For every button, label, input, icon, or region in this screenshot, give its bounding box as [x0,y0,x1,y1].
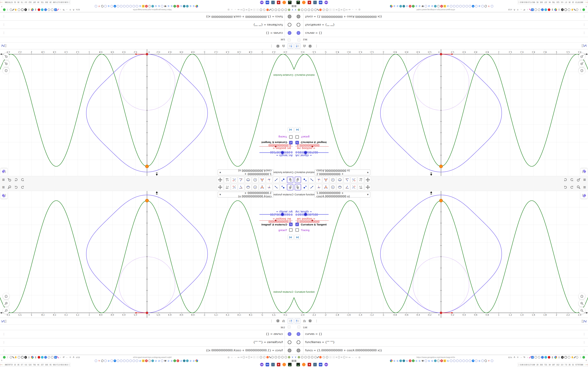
forward-arrow-icon[interactable]: → [520,356,522,359]
save64-app-icon[interactable]: 64 [319,363,322,366]
algebra-tree-button[interactable] [295,43,300,49]
geogebra-favicon[interactable] [481,359,484,362]
slider-thumb[interactable] [311,146,313,147]
google-favicon[interactable]: G [415,359,418,362]
gear-ext-icon[interactable] [322,8,325,11]
v-ext-icon[interactable]: V [294,8,297,11]
info-favicon[interactable]: i [148,359,151,362]
recorder-app-icon[interactable]: ▪ [271,1,275,4]
dot-ext-icon[interactable] [341,357,342,358]
row-menu-dots-icon[interactable]: ⋮ [583,15,586,18]
zoom-in-button[interactable] [579,300,585,307]
shield-ext-icon[interactable] [21,8,24,11]
function-input[interactable]: 1.000000000000 + cos(4.000000000000 x) ▼ [315,169,370,175]
marker-ext-icon[interactable] [529,8,531,11]
zoom-in-button[interactable] [3,300,9,307]
translate-blue-ext-icon[interactable]: A [54,356,57,359]
gauge-ext-icon[interactable] [311,8,313,11]
geogebra-favicon[interactable] [120,359,122,362]
collapse-chevron-icon[interactable]: ∧ [1,359,3,362]
ring-ext-icon[interactable] [248,356,250,359]
wikipedia-favicon[interactable]: W [421,5,424,8]
row-menu-dots-icon[interactable]: ⋮ [583,23,586,26]
geogebra-favicon[interactable] [491,5,493,8]
gauge-ext-icon[interactable] [275,356,277,359]
gauge-ext-icon[interactable] [278,8,280,11]
tracing-checkbox[interactable] [289,228,293,232]
algebra-menu-dots-icon[interactable]: ⋮ [315,319,318,323]
image-favicon[interactable]: ▲ [142,5,145,8]
geogebra-favicon[interactable] [450,359,452,362]
gear-ext-icon[interactable] [10,8,12,11]
status-dot-icon[interactable] [582,356,585,359]
gauge-ext-icon[interactable] [278,356,280,359]
ring-ext-icon[interactable] [242,8,245,11]
status-dot-icon[interactable] [3,356,6,359]
gear-ext-icon[interactable] [48,8,50,11]
firefox-ext-icon[interactable] [319,356,322,359]
play-button[interactable] [288,127,294,132]
yandex-favicon[interactable]: Я [409,359,411,362]
list-group-row[interactable]: − List [294,325,588,330]
geogebra-favicon[interactable] [469,359,471,362]
geogebra-favicon[interactable] [129,5,132,8]
ud-ext-icon[interactable]: U [24,8,27,11]
gear-ext-icon[interactable] [538,8,540,11]
row-menu-dots-icon[interactable]: ⋮ [583,31,586,35]
marker-ext-icon[interactable] [57,8,59,11]
geogebra-favicon[interactable] [126,359,129,362]
arc-position-slider[interactable] [295,146,329,147]
geogebra-favicon[interactable] [462,5,465,8]
algebra-menu-dots-icon[interactable]: ⋮ [270,319,273,323]
obs-app-icon[interactable]: ✳ [308,1,311,4]
geogebra-favicon[interactable] [161,5,164,8]
chrome-favicon[interactable] [390,5,392,8]
visibility-toggle-circle[interactable] [297,349,300,352]
fx-button[interactable]: fx [302,318,307,324]
geogebra-favicon[interactable] [469,5,471,8]
slider-thumb[interactable] [281,151,284,154]
download-icon[interactable]: ↓ [526,356,529,359]
yandex-favicon[interactable]: Я [440,5,443,8]
sphere-favicon[interactable] [403,359,405,362]
ghost-ext-icon[interactable] [253,8,256,11]
chat-favicon[interactable]: ❝ [113,5,116,8]
slider-thumb[interactable] [275,146,277,147]
arc-position-slider[interactable] [259,220,293,221]
gear-ext-icon[interactable] [263,8,266,11]
duck-favicon[interactable]: v [173,359,176,362]
dot-ext-icon[interactable] [336,9,337,10]
globe-ext-icon[interactable] [301,8,303,11]
google-favicon[interactable]: G [139,359,141,362]
marker-ext-icon[interactable] [57,356,59,358]
info-favicon[interactable]: i [148,5,151,8]
dot-ext-icon[interactable] [346,357,347,358]
wikipedia-favicon[interactable]: W [164,359,167,362]
geogebra-favicon[interactable] [123,5,126,8]
arc-position-slider[interactable] [259,146,293,147]
address-bar-url[interactable]: https://www.geogebra.org/classic/aagcxh3… [126,356,179,358]
algebra-tree-button[interactable] [288,318,293,324]
slider-thumb[interactable] [304,151,307,154]
green-dot-ext-icon[interactable] [298,356,300,359]
bin-ext-icon[interactable]: ▯ [558,8,560,11]
mouse-ext-icon[interactable] [51,8,53,11]
curvature-tangent-checkbox[interactable]: ✓ [295,141,299,144]
pushdown-ext-icon[interactable]: ↓ [41,8,43,11]
pushdown-ext-icon[interactable]: ↓ [545,356,547,359]
star-icon[interactable]: ☆ [516,8,519,11]
overflow-icon[interactable]: ⋮ [579,356,582,359]
google-favicon[interactable]: G [170,5,173,8]
globe-ext-icon[interactable] [281,356,284,359]
shield-icon[interactable]: ⌂ [355,8,357,11]
google-favicon[interactable]: G [139,5,141,8]
chrome-favicon[interactable] [196,5,198,8]
algebra-panel-switcher-icon[interactable] [581,43,587,48]
shield-ext-icon[interactable] [564,356,567,359]
dot-ext-icon[interactable] [346,9,347,10]
firefox-app-icon[interactable] [282,363,286,366]
mask-app-icon[interactable]: oo [324,363,328,366]
plus-ext-icon[interactable]: + [44,8,47,11]
dot-ext-icon[interactable] [251,357,252,358]
address-bar-url[interactable]: https://www.geogebra.org/classic/aagcxh3… [409,356,462,358]
